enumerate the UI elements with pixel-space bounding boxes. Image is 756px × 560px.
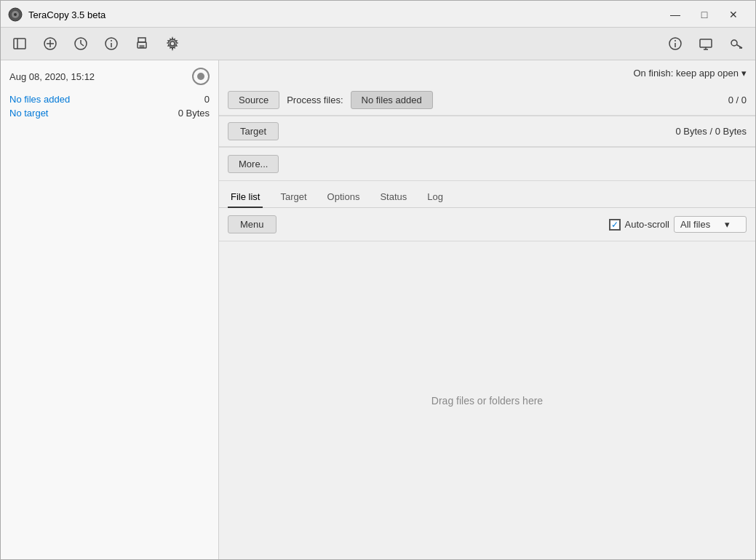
info-circle-icon bbox=[104, 36, 119, 51]
app-window: TeraCopy 3.5 beta — □ ✕ bbox=[0, 0, 756, 560]
svg-rect-14 bbox=[138, 38, 146, 42]
auto-scroll-checkbox[interactable]: ✓ bbox=[609, 219, 621, 231]
print-icon bbox=[135, 36, 149, 51]
record-button[interactable] bbox=[192, 68, 210, 85]
print-button[interactable] bbox=[129, 31, 155, 57]
svg-point-22 bbox=[675, 40, 676, 41]
target-row: Target 0 Bytes / 0 Bytes bbox=[219, 116, 755, 147]
left-panel: Aug 08, 2020, 15:12 No files added 0 No … bbox=[1, 60, 219, 559]
on-finish-bar: On finish: keep app open ▾ bbox=[219, 60, 755, 85]
filter-dropdown[interactable]: All files ▾ bbox=[674, 216, 747, 233]
svg-point-26 bbox=[731, 40, 737, 46]
auto-scroll-container: ✓ Auto-scroll All files ▾ bbox=[609, 216, 747, 233]
more-row: More... bbox=[219, 148, 755, 181]
filter-selected: All files bbox=[680, 219, 710, 230]
sidebar-toggle-button[interactable] bbox=[7, 31, 33, 57]
title-bar-left: TeraCopy 3.5 beta bbox=[8, 7, 106, 22]
new-copy-button[interactable] bbox=[37, 31, 63, 57]
target-size: 0 Bytes bbox=[178, 108, 210, 119]
right-panel: On finish: keep app open ▾ Source Proces… bbox=[219, 60, 755, 559]
record-icon bbox=[197, 73, 204, 80]
key-button[interactable] bbox=[723, 31, 749, 57]
on-finish-label: On finish: keep app open bbox=[633, 68, 739, 79]
file-list-toolbar: Menu ✓ Auto-scroll All files ▾ bbox=[219, 208, 755, 241]
tab-status[interactable]: Status bbox=[377, 187, 410, 208]
tab-log[interactable]: Log bbox=[424, 187, 446, 208]
close-button[interactable]: ✕ bbox=[720, 4, 747, 25]
menu-button[interactable]: Menu bbox=[228, 215, 276, 233]
files-label: No files added bbox=[9, 94, 70, 105]
app-title: TeraCopy 3.5 beta bbox=[28, 9, 106, 20]
svg-rect-23 bbox=[700, 39, 712, 47]
target-info-row: No target 0 Bytes bbox=[9, 108, 210, 119]
left-panel-info: No files added 0 No target 0 Bytes bbox=[9, 94, 210, 119]
minimize-button[interactable]: — bbox=[662, 4, 688, 25]
file-count: 0 / 0 bbox=[728, 95, 747, 105]
session-header: Aug 08, 2020, 15:12 bbox=[9, 68, 210, 85]
tab-options[interactable]: Options bbox=[325, 187, 363, 208]
history-icon bbox=[73, 36, 88, 51]
file-list-area: Menu ✓ Auto-scroll All files ▾ Drag file… bbox=[219, 208, 755, 559]
title-bar: TeraCopy 3.5 beta — □ ✕ bbox=[1, 1, 755, 27]
screen-icon bbox=[699, 36, 713, 51]
info-icon bbox=[668, 36, 683, 51]
files-count: 0 bbox=[204, 94, 210, 105]
key-icon bbox=[729, 36, 744, 51]
svg-rect-3 bbox=[14, 39, 25, 49]
svg-point-13 bbox=[111, 40, 112, 41]
target-label: No target bbox=[9, 108, 48, 119]
toolbar bbox=[1, 27, 755, 60]
on-finish-chevron: ▾ bbox=[741, 68, 747, 79]
sidebar-icon bbox=[12, 36, 27, 51]
tab-target[interactable]: Target bbox=[277, 187, 309, 208]
gear-icon bbox=[165, 36, 180, 51]
screen-button[interactable] bbox=[693, 31, 719, 57]
checksum-button[interactable] bbox=[98, 31, 124, 57]
settings-button[interactable] bbox=[159, 31, 186, 57]
bytes-info: 0 Bytes / 0 Bytes bbox=[675, 126, 747, 137]
checkmark-icon: ✓ bbox=[611, 220, 618, 230]
plus-circle-icon bbox=[43, 36, 57, 51]
maximize-button[interactable]: □ bbox=[691, 4, 717, 25]
more-button[interactable]: More... bbox=[228, 155, 279, 173]
session-date: Aug 08, 2020, 15:12 bbox=[9, 71, 95, 82]
drop-area: Drag files or folders here bbox=[219, 241, 755, 559]
svg-point-2 bbox=[14, 13, 17, 16]
files-info-row: No files added 0 bbox=[9, 94, 210, 105]
app-icon bbox=[8, 7, 23, 22]
tabs-bar: File list Target Options Status Log bbox=[219, 181, 755, 208]
source-row: Source Process files: No files added 0 /… bbox=[219, 85, 755, 116]
filter-chevron: ▾ bbox=[725, 219, 730, 230]
info-button[interactable] bbox=[662, 31, 688, 57]
main-area: Aug 08, 2020, 15:12 No files added 0 No … bbox=[1, 60, 755, 559]
process-files-label: Process files: bbox=[287, 95, 343, 105]
history-button[interactable] bbox=[68, 31, 94, 57]
svg-line-10 bbox=[81, 44, 84, 46]
window-controls: — □ ✕ bbox=[662, 4, 747, 25]
auto-scroll-label-text: Auto-scroll bbox=[625, 219, 669, 230]
drop-hint: Drag files or folders here bbox=[431, 395, 543, 407]
no-files-badge: No files added bbox=[351, 91, 433, 109]
on-finish-dropdown[interactable]: On finish: keep app open ▾ bbox=[633, 68, 747, 79]
target-button[interactable]: Target bbox=[228, 122, 279, 140]
svg-point-19 bbox=[170, 41, 175, 46]
tab-file-list[interactable]: File list bbox=[228, 187, 263, 208]
source-button[interactable]: Source bbox=[228, 91, 279, 109]
